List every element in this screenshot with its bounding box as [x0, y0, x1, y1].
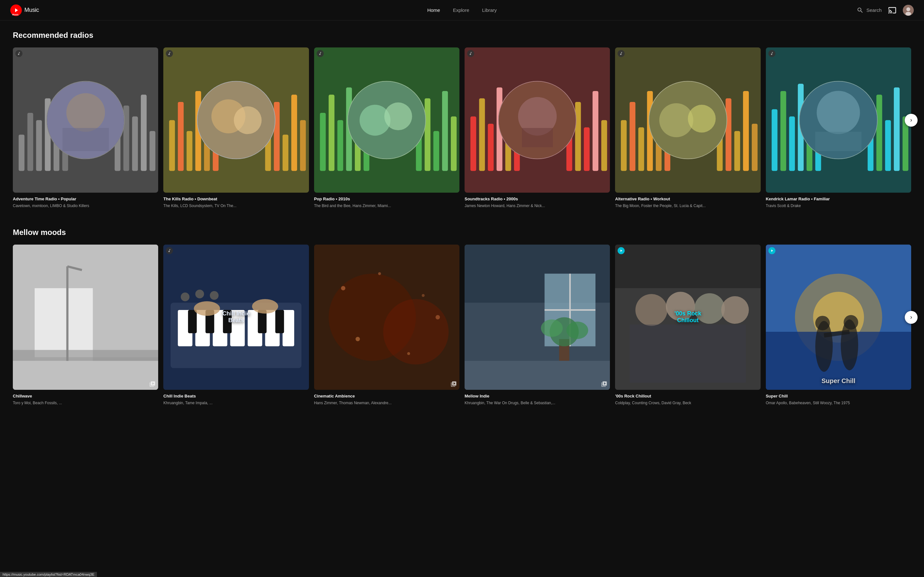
- card-pop-radio[interactable]: Pop Radio • 2010s The Bird and the Bee, …: [314, 47, 459, 209]
- svg-rect-51: [488, 124, 494, 171]
- card-00s-rock-chillout[interactable]: '00s RockChillout '00s Rock Chillout Col…: [615, 245, 760, 406]
- svg-rect-71: [734, 131, 740, 171]
- svg-rect-84: [876, 95, 882, 171]
- svg-point-152: [843, 315, 858, 330]
- svg-point-141: [721, 296, 749, 324]
- card-title-3: Soundtracks Radio • 2000s: [465, 197, 610, 202]
- radio-art-5: [800, 81, 877, 159]
- nav-home[interactable]: Home: [427, 6, 440, 14]
- mellow-next-button[interactable]: ›: [905, 311, 918, 324]
- svg-rect-50: [479, 98, 485, 171]
- svg-point-119: [383, 299, 449, 364]
- svg-point-140: [694, 293, 725, 324]
- svg-point-114: [195, 290, 204, 298]
- card-title-m4: '00s Rock Chillout: [615, 394, 760, 399]
- card-title-m1: Chill Indie Beats: [163, 394, 309, 399]
- svg-point-125: [435, 315, 440, 319]
- svg-rect-42: [425, 98, 430, 171]
- radios-next-button[interactable]: ›: [905, 114, 918, 127]
- card-thumb-4: [615, 47, 760, 193]
- nav-explore[interactable]: Explore: [453, 6, 469, 14]
- svg-rect-56: [575, 102, 581, 171]
- svg-rect-59: [601, 120, 607, 171]
- svg-rect-72: [743, 91, 749, 171]
- mellow-cards-row: Chillwave Toro y Moi, Beach Fossils, ...: [13, 245, 911, 406]
- radios-cards-container: Adventure Time Radio • Popular Cavetown,…: [13, 47, 911, 209]
- svg-rect-57: [584, 127, 590, 171]
- card-kendrick-radio[interactable]: Kendrick Lamar Radio • Familiar Travis S…: [766, 47, 911, 209]
- svg-point-48: [384, 102, 412, 130]
- card-chill-indie-beats[interactable]: Chill IndieBeats Chill Indie Beats Khrua…: [163, 245, 309, 406]
- card-sub-m2: Hans Zimmer, Thomas Newman, Alexandre...: [314, 400, 459, 406]
- radio-center-img-1: [197, 81, 276, 159]
- card-soundtracks-radio[interactable]: Soundtracks Radio • 2000s James Newton H…: [465, 47, 610, 209]
- radio-art-0: [47, 81, 124, 159]
- radio-badge-3: [467, 50, 474, 57]
- card-thumb-m0: [13, 245, 158, 390]
- section-mellow-moods: Mellow moods: [13, 228, 911, 406]
- active-indicator-m5: [768, 247, 775, 254]
- card-super-chill[interactable]: Super Chill Super Chill Omar Apollo, Bab…: [766, 245, 911, 406]
- mellow-cards-container: Chillwave Toro y Moi, Beach Fossils, ...: [13, 245, 911, 406]
- card-thumb-3: [465, 47, 610, 193]
- radio-icon-4: [619, 52, 623, 55]
- svg-rect-102: [230, 310, 245, 346]
- svg-rect-29: [283, 135, 288, 171]
- card-title-2: Pop Radio • 2010s: [314, 197, 459, 202]
- card-alternative-radio[interactable]: Alternative Radio • Workout The Big Moon…: [615, 47, 760, 209]
- card-sub-0: Cavetown, mxmtoon, LIMBO & Studio Killer…: [13, 203, 158, 209]
- chill-indie-art: [163, 245, 309, 390]
- svg-rect-108: [223, 310, 232, 334]
- svg-point-134: [566, 322, 588, 339]
- search-label: Search: [866, 7, 882, 13]
- card-thumb-m4: '00s RockChillout: [615, 245, 760, 390]
- card-kills-radio[interactable]: The Kills Radio • Downbeat The Kills, LC…: [163, 47, 309, 209]
- svg-point-133: [541, 319, 563, 337]
- radio-art-4: [649, 81, 727, 159]
- mellow-indie-art: [465, 245, 610, 390]
- cast-icon[interactable]: [888, 6, 897, 15]
- svg-rect-63: [621, 120, 627, 171]
- card-cinematic-ambience[interactable]: Cinematic Ambience Hans Zimmer, Thomas N…: [314, 245, 459, 406]
- card-thumb-m5: Super Chill: [766, 245, 911, 390]
- radio-icon-m1: [168, 249, 171, 253]
- 00s-rock-art: [615, 245, 760, 390]
- card-chillwave[interactable]: Chillwave Toro y Moi, Beach Fossils, ...: [13, 245, 158, 406]
- svg-rect-110: [275, 310, 284, 334]
- svg-rect-8: [27, 113, 33, 171]
- radio-badge-2: [317, 50, 324, 57]
- svg-rect-30: [291, 95, 297, 171]
- svg-rect-22: [178, 102, 184, 171]
- playlist-icon-m3: [601, 381, 607, 387]
- card-title-m5: Super Chill: [766, 394, 911, 399]
- svg-rect-23: [187, 131, 192, 171]
- search-area[interactable]: Search: [857, 7, 882, 14]
- nav-library[interactable]: Library: [482, 6, 497, 14]
- main-content: Recommended radios: [0, 21, 924, 444]
- svg-point-124: [407, 352, 410, 355]
- svg-rect-106: [188, 310, 197, 334]
- card-title-m2: Cinematic Ambience: [314, 394, 459, 399]
- logo-text: Music: [24, 7, 39, 13]
- radio-icon-1: [168, 52, 171, 55]
- svg-marker-143: [620, 250, 622, 252]
- card-thumb-m1: Chill IndieBeats: [163, 245, 309, 390]
- card-mellow-indie[interactable]: Mellow Indie Khruangbin, The War On Drug…: [465, 245, 610, 406]
- svg-point-123: [355, 337, 360, 342]
- svg-rect-105: [283, 310, 294, 346]
- svg-point-115: [210, 291, 218, 300]
- avatar[interactable]: [903, 5, 914, 16]
- radio-center-img-3: [498, 81, 577, 159]
- section-title-radios: Recommended radios: [13, 31, 911, 40]
- card-thumb-m3: [465, 245, 610, 390]
- svg-rect-21: [169, 120, 175, 171]
- card-adventure-time-radio[interactable]: Adventure Time Radio • Popular Cavetown,…: [13, 47, 158, 209]
- card-title-5: Kendrick Lamar Radio • Familiar: [766, 197, 911, 202]
- avatar-img: [903, 5, 914, 16]
- svg-rect-49: [470, 116, 476, 171]
- card-title-1: The Kills Radio • Downbeat: [163, 197, 309, 202]
- svg-point-139: [666, 292, 695, 321]
- radio-badge-5: [768, 50, 775, 57]
- section-title-mellow: Mellow moods: [13, 228, 911, 237]
- svg-point-111: [194, 301, 220, 316]
